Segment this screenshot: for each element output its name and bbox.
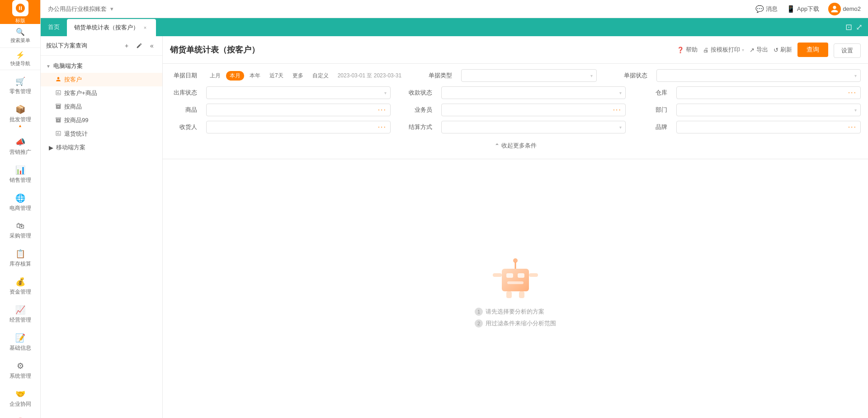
warehouse-select[interactable]: ··· [676,86,861,99]
date-last7[interactable]: 近7天 [266,71,287,81]
svg-rect-8 [506,291,512,298]
marketing-icon: 📣 [15,137,25,147]
tree-item-by-goods[interactable]: 按商品 [41,100,162,114]
date-label: 单据日期 [170,71,197,80]
date-custom[interactable]: 自定义 [309,71,332,81]
sidebar-item-newbie[interactable]: 🎯 新手引导 [0,413,40,418]
sidebar-item-system-label: 系统管理 [9,372,31,380]
sidebar-item-purchase[interactable]: 🛍 采购管理 [0,217,40,244]
tree-item-by-customer-goods[interactable]: 按客户+商品 [41,86,162,100]
app-download-icon: 📱 [787,5,795,13]
sidebar-item-wholesale[interactable]: 📦 批发管理 ▲ [0,100,40,133]
tree-item-by-goods99[interactable]: 按商品99 [41,114,162,127]
sidebar-search-item[interactable]: 🔍 搜索菜单 [0,24,40,48]
date-this-month[interactable]: 本月 [226,71,244,81]
sidebar-item-finance[interactable]: 💰 资金管理 [0,272,40,300]
collapse-label: 收起更多条件 [501,142,537,150]
topbar-title: 办公用品行业模拟账套 [48,5,107,13]
sidebar-logo[interactable]: 标版 [0,0,41,24]
salesperson-dots: ··· [613,106,622,114]
sidebar-item-retail[interactable]: 🛒 零售管理 [0,72,40,100]
sidebar-item-operation[interactable]: 📈 经营管理 [0,300,40,328]
sidebar-item-basic[interactable]: 📝 基础信息 [0,328,40,356]
tab-home[interactable]: 首页 [41,18,67,36]
svg-rect-6 [493,273,502,277]
tab-actions: ⊡ ⤢ [845,22,868,32]
brand-label: 品牌 [640,123,667,131]
sidebar-item-ecommerce[interactable]: 🌐 电商管理 [0,189,40,217]
doc-type-chevron-icon: ▾ [590,73,593,78]
doc-status-label: 单据状态 [620,71,647,80]
purchase-icon: 🛍 [16,221,24,231]
date-more[interactable]: 更多 [289,71,307,81]
empty-hint-2-text: 用过滤条件来缩小分析范围 [486,319,556,328]
tree-group-pc-header[interactable]: ▼ 电脑端方案 [41,59,162,73]
doc-type-select[interactable]: ▾ [461,69,597,82]
user-profile[interactable]: demo2 [828,3,861,15]
settlement-select[interactable]: ▾ [441,121,626,133]
sidebar-item-marketing-label: 营销推广 [9,148,31,156]
message-button[interactable]: 💬 消息 [755,5,778,13]
tab-close-icon[interactable]: × [142,24,149,31]
page-header-actions: ❓ 帮助 🖨 按模板打印 ▾ ↗ 导出 ↺ 刷新 [677,42,861,58]
scheme-collapse-button[interactable]: « [147,41,157,51]
doc-status-select[interactable]: ▾ [656,69,861,82]
svg-rect-0 [502,269,529,291]
sidebar-item-sales[interactable]: 📊 销售管理 [0,161,40,189]
message-label: 消息 [766,5,778,13]
help-button[interactable]: ❓ 帮助 [677,46,698,54]
sidebar-search-label: 搜索菜单 [10,37,30,44]
sidebar-item-marketing[interactable]: 📣 营销推广 [0,133,40,161]
tree-group-mobile-header[interactable]: ▶ 移动端方案 [41,141,162,154]
receiver-select[interactable]: ··· [206,121,391,133]
svg-point-5 [513,258,518,263]
tab-restore-icon[interactable]: ⊡ [845,22,852,32]
export-label: 导出 [756,46,768,54]
refresh-icon: ↺ [774,47,778,53]
scheme-edit-button[interactable] [134,41,144,51]
receipt-status-select[interactable]: ▾ [441,86,626,99]
tree-item-by-goods-label: 按商品 [64,103,82,111]
tab-sales-stats[interactable]: 销货单统计表（按客户） × [67,19,156,36]
date-this-year[interactable]: 本年 [246,71,264,81]
export-button[interactable]: ↗ 导出 [750,46,768,54]
print-button[interactable]: 🖨 按模板打印 ▾ [703,46,744,54]
brand-select[interactable]: ··· [676,121,861,133]
setting-button[interactable]: 设置 [834,43,861,58]
sidebar-item-basic-label: 基础信息 [9,344,31,352]
export-icon: ↗ [750,47,755,53]
svg-rect-1 [506,273,513,278]
app-download-button[interactable]: 📱 App下载 [787,5,819,13]
sidebar-item-enterprise[interactable]: 🤝 企业协同 [0,385,40,413]
empty-hint-1-text: 请先选择要分析的方案 [486,308,544,316]
sidebar-quick-nav[interactable]: ⚡ 快捷导航 [0,48,40,70]
refresh-label: 刷新 [780,46,792,54]
topbar-right: 💬 消息 📱 App下载 demo2 [755,3,861,15]
goods-select[interactable]: ··· [206,104,391,116]
sidebar-item-purchase-label: 采购管理 [9,232,31,240]
tree-item-return-stats[interactable]: 退货统计 [41,127,162,141]
empty-state: 1 请先选择要分析的方案 2 用过滤条件来缩小分析范围 [163,159,868,418]
refresh-button[interactable]: ↺ 刷新 [774,46,792,54]
sidebar-quick-nav-label: 快捷导航 [10,60,30,67]
scheme-add-button[interactable]: + [122,41,132,51]
query-button[interactable]: 查询 [797,43,828,57]
tab-maximize-icon[interactable]: ⤢ [856,22,863,32]
brand-dots: ··· [848,123,857,131]
collapse-bar[interactable]: ⌃ 收起更多条件 [170,138,861,153]
salesperson-label: 业务员 [405,106,432,114]
tree-item-by-customer[interactable]: 按客户 [41,73,162,86]
settlement-chevron-icon: ▾ [619,125,622,130]
sidebar-item-inventory-label: 库存核算 [9,260,31,268]
page-title: 销货单统计表（按客户） [170,44,259,55]
out-status-select[interactable]: ▾ [206,86,391,99]
sidebar-item-inventory[interactable]: 📋 库存核算 [0,244,40,272]
topbar-dropdown-icon[interactable]: ▾ [110,5,113,12]
empty-num-2: 2 [475,319,483,328]
dept-select[interactable]: ▾ [676,104,861,116]
sidebar-item-retail-label: 零售管理 [9,88,31,95]
sidebar-item-system[interactable]: ⚙ 系统管理 [0,356,40,385]
date-last-month[interactable]: 上月 [206,71,224,81]
topbar-left: 办公用品行业模拟账套 ▾ [48,5,113,13]
salesperson-select[interactable]: ··· [441,104,626,116]
